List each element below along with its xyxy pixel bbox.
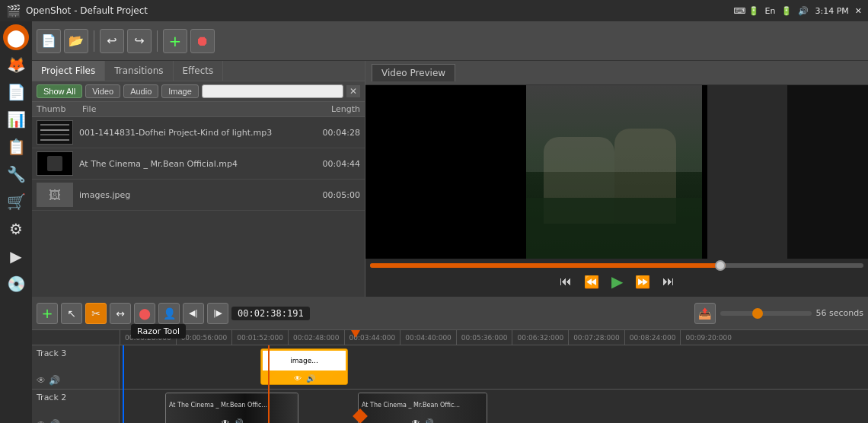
- sidebar-icon-5[interactable]: 🔧: [3, 161, 29, 187]
- skip-back-button[interactable]: ⏮: [557, 273, 575, 290]
- export-button[interactable]: 📤: [694, 303, 716, 324]
- track-3-eye-icon[interactable]: 👁: [37, 375, 46, 386]
- sidebar-icon-7[interactable]: ▶: [3, 243, 29, 269]
- track-3-controls: 👁 🔊: [37, 375, 114, 386]
- marker-tool-button[interactable]: 👤: [158, 303, 180, 324]
- middle-section: Project Files Transitions Effects Show A…: [32, 61, 868, 297]
- track-3-header: Track 3 👁 🔊: [32, 345, 120, 389]
- file-name-1: 001-1414831-Dofhei Project-Kind of light…: [79, 128, 307, 138]
- toolbar-separator-2: [157, 30, 158, 52]
- tab-project-files[interactable]: Project Files: [32, 61, 105, 81]
- sidebar-icon-6[interactable]: 🛒: [3, 189, 29, 215]
- zoom-label: 56 seconds: [816, 308, 863, 318]
- sidebar-icon-gear[interactable]: ⚙: [3, 216, 29, 242]
- clip-video-1[interactable]: At The Cinema _ Mr.Bean Offic... 👁 🔊: [165, 393, 298, 423]
- battery-icon: 🔋: [781, 6, 792, 16]
- filter-audio[interactable]: Audio: [123, 84, 158, 98]
- sidebar-icon-2[interactable]: 📄: [3, 79, 29, 105]
- sidebar-ubuntu[interactable]: ⬤: [3, 24, 29, 50]
- clip-eye-icon-2b[interactable]: 👁: [412, 418, 420, 423]
- toolbar-separator-1: [94, 30, 94, 52]
- video-tab-bar: Video Preview: [365, 61, 868, 85]
- track-3-content[interactable]: image... 👁 🔊: [120, 345, 868, 389]
- clip-eye-icon-2a[interactable]: 👁: [222, 418, 229, 423]
- filter-show-all[interactable]: Show All: [37, 84, 82, 98]
- clip-eye-icon-3[interactable]: 👁: [294, 374, 302, 383]
- video-screen: [365, 85, 868, 259]
- col-length-header: Length: [307, 104, 360, 114]
- file-row-1[interactable]: 001-1414831-Dofhei Project-Kind of light…: [32, 117, 365, 148]
- snap-end-button[interactable]: |▶: [207, 303, 228, 324]
- play-button[interactable]: ▶: [608, 271, 626, 292]
- select-tool-button[interactable]: ↖: [61, 303, 82, 324]
- tab-effects[interactable]: Effects: [174, 61, 224, 81]
- file-table-header: Thumb File Length: [32, 102, 365, 117]
- step-forward-button[interactable]: ⏩: [632, 273, 653, 291]
- clip-audio-icon-2b[interactable]: 🔊: [424, 418, 433, 423]
- tab-transitions[interactable]: Transitions: [105, 61, 173, 81]
- redo-button[interactable]: ↪: [127, 29, 152, 53]
- ruler-mark-2: 00:01:52:000: [231, 330, 288, 345]
- zoom-handle[interactable]: [752, 308, 763, 319]
- track-2-eye-icon[interactable]: 👁: [37, 419, 46, 423]
- file-row-3[interactable]: 🖼 images.jpeg 00:05:00: [32, 180, 365, 211]
- clip-audio-icon-2a[interactable]: 🔊: [234, 418, 243, 423]
- progress-fill: [370, 263, 726, 268]
- track-2-content[interactable]: At The Cinema _ Mr.Bean Offic... 👁 🔊: [120, 390, 868, 423]
- new-project-button[interactable]: 📄: [37, 29, 61, 53]
- zoom-slider[interactable]: [720, 311, 812, 316]
- clip-video-2[interactable]: At The Cinema _ Mr.Bean Offic... 👁 🔊: [358, 393, 487, 423]
- track-3-audio-icon[interactable]: 🔊: [49, 375, 60, 386]
- file-row-2[interactable]: At The Cinema _ Mr.Bean Official.mp4 00:…: [32, 148, 365, 180]
- ruler-mark-7: 00:06:32:000: [512, 330, 568, 345]
- file-table: Thumb File Length: [32, 102, 365, 297]
- sidebar-icon-3[interactable]: 📊: [3, 107, 29, 132]
- clip-audio-icon-3[interactable]: 🔊: [306, 374, 315, 383]
- track-2: Track 2 👁 🔊 At The Cinema _ Mr.Bean Offi…: [32, 390, 868, 423]
- project-panel: Project Files Transitions Effects Show A…: [32, 61, 365, 297]
- track-2-audio-icon[interactable]: 🔊: [49, 419, 60, 423]
- step-back-button[interactable]: ⏪: [581, 273, 602, 291]
- clock: 3:14 PM: [815, 6, 848, 16]
- progress-bar[interactable]: [370, 263, 863, 268]
- skip-forward-button[interactable]: ⏭: [659, 273, 678, 290]
- main-content: ⬤ 🦊 📄 📊 📋 🔧 🛒 ⚙ ▶ 💿 📄 📂 ↩ ↪ + ⏺ Project: [0, 21, 868, 423]
- search-input[interactable]: [202, 84, 343, 98]
- sidebar-icon-4[interactable]: 📋: [3, 134, 29, 160]
- toolbar: 📄 📂 ↩ ↪ + ⏺: [32, 21, 868, 61]
- app-icon: 🎬: [6, 4, 21, 18]
- close-icon[interactable]: ✕: [855, 6, 862, 16]
- progress-handle[interactable]: [715, 260, 726, 271]
- col-file-header: File: [82, 104, 307, 114]
- video-preview-tab[interactable]: Video Preview: [372, 64, 455, 81]
- timecode: 00:02:38:191: [231, 307, 310, 320]
- razor-tooltip: Razor Tool: [131, 324, 186, 339]
- track-2-name: Track 2: [37, 393, 114, 402]
- video-controls: ⏮ ⏪ ▶ ⏩ ⏭: [365, 259, 868, 297]
- filter-image[interactable]: Image: [161, 84, 199, 98]
- undo-button[interactable]: ↩: [100, 29, 124, 53]
- ruler-mark-6: 00:05:36:000: [456, 330, 512, 345]
- sidebar: ⬤ 🦊 📄 📊 📋 🔧 🛒 ⚙ ▶ 💿: [0, 21, 32, 423]
- magnet-tool-button[interactable]: ⬤: [134, 303, 155, 324]
- titlebar-left: 🎬 OpenShot - Default Project: [6, 4, 148, 18]
- record-button[interactable]: ⏺: [190, 29, 215, 53]
- timeline-toolbar: + ↖ ✂ ↔ ⬤ 👤 ◀| |▶ Razor Tool 00:02:38:19…: [32, 297, 868, 330]
- ruler-mark-3: 00:02:48:000: [288, 330, 344, 345]
- clip-image-1[interactable]: image... 👁 🔊: [260, 348, 348, 385]
- add-track-button[interactable]: +: [37, 303, 58, 324]
- search-clear-button[interactable]: ✕: [346, 85, 360, 97]
- open-project-button[interactable]: 📂: [64, 29, 88, 53]
- titlebar-right: ⌨ 🔋 En 🔋 🔊 3:14 PM ✕: [733, 6, 862, 16]
- import-button[interactable]: +: [163, 29, 187, 53]
- tracks-area: Track 3 👁 🔊 image...: [32, 345, 868, 423]
- ruler-mark-8: 00:07:28:000: [568, 330, 624, 345]
- file-length-2: 00:04:44: [307, 159, 360, 169]
- snap-start-button[interactable]: ◀|: [183, 303, 204, 324]
- sidebar-icon-8[interactable]: 💿: [3, 271, 29, 297]
- move-tool-button[interactable]: ↔: [110, 303, 131, 324]
- razor-tool-button[interactable]: ✂: [85, 303, 107, 324]
- file-length-1: 00:04:28: [307, 128, 360, 138]
- filter-video[interactable]: Video: [85, 84, 120, 98]
- sidebar-icon-1[interactable]: 🦊: [3, 52, 29, 78]
